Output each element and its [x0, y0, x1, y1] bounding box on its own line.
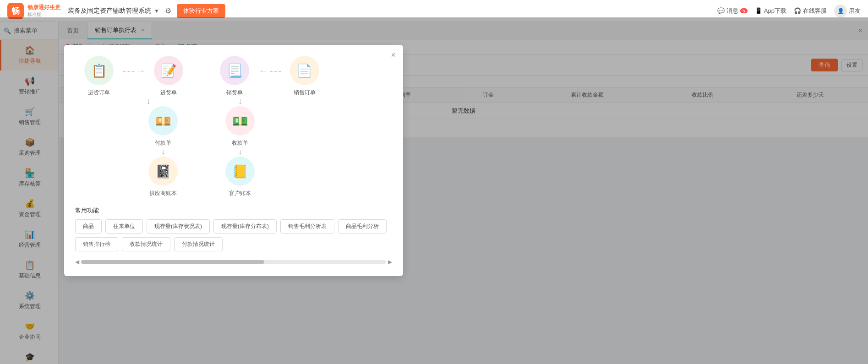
sales-order-label: 销售订单 [294, 89, 316, 97]
collection-icon: 💵 [232, 114, 248, 129]
func-btn-product[interactable]: 商品 [75, 219, 102, 234]
common-functions: 常用功能 商品 往来单位 现存量(库存状况表) 现存量(库存分布表) 销售毛利分… [75, 206, 392, 251]
collection-circle: 💵 [225, 106, 255, 136]
flow-col-left: 📋 进货订单 - - - → 📝 进 [75, 56, 192, 197]
logo-text: 畅康通好生意 标准版 [27, 4, 60, 17]
sales-receipt-icon: 📃 [227, 63, 243, 78]
func-btn-inventory-dist[interactable]: 现存量(库存分布表) [213, 219, 277, 234]
purchase-order-circle: 📋 [84, 56, 114, 85]
supplier-ledger-circle: 📓 [148, 157, 178, 186]
func-btn-sales-ranking[interactable]: 销售排行榜 [75, 237, 118, 251]
flow-row-sales1: 📃 销货单 ← - - - 📄 销售 [211, 56, 328, 97]
message-item[interactable]: 💬 消息 5 [717, 7, 748, 15]
flow-row-collection: 💵 收款单 [216, 106, 264, 147]
flow-node-customer-ledger[interactable]: 📒 客户账本 [225, 157, 255, 197]
supplier-ledger-label: 供应商账本 [149, 190, 177, 197]
flow-row-supplier: 📓 供应商账本 [139, 157, 187, 197]
top-right: 💬 消息 5 📱 App下载 🎧 在线客服 👤 用友 [717, 5, 861, 17]
flow-node-payment[interactable]: 💴 付款单 [148, 106, 178, 147]
flow-row1: 📋 进货订单 - - - → 📝 进 [75, 56, 192, 97]
arrow-down-supplier: ↓ [161, 147, 165, 157]
purchase-order-icon: 📋 [91, 63, 107, 78]
flow-row-payment: 💴 付款单 [139, 106, 187, 147]
sales-receipt-circle: 📃 [220, 56, 249, 85]
experience-button[interactable]: 体验行业方案 [177, 4, 225, 18]
flow-node-purchase-receipt[interactable]: 📝 进货单 [154, 56, 183, 97]
main-area: 🔍 搜索菜单 🏠 快捷导航 📢 营销推广 🛒 销售管理 📦 采购管理 🏪 [0, 22, 868, 364]
logo-icon: 畅 [7, 3, 24, 19]
online-service-label: 在线客服 [803, 7, 827, 15]
message-label: 消息 [726, 7, 738, 15]
logo-area: 畅 畅康通好生意 标准版 [7, 3, 62, 19]
flow-col-right: 📃 销货单 ← - - - 📄 销售 [211, 56, 328, 197]
func-buttons-row1: 商品 往来单位 现存量(库存状况表) 现存量(库存分布表) 销售毛利分析表 商品… [75, 219, 392, 234]
online-service-icon: 🎧 [794, 7, 801, 14]
func-btn-trading-partner[interactable]: 往来单位 [105, 219, 143, 234]
purchase-receipt-label: 进货单 [160, 89, 177, 97]
customer-ledger-circle: 📒 [225, 157, 255, 186]
system-title-text: 装备及固定资产辅助管理系统 [68, 7, 151, 15]
purchase-order-label: 进货订单 [88, 89, 110, 97]
customer-ledger-label: 客户账本 [229, 190, 251, 197]
scrollbar-track[interactable] [81, 260, 386, 264]
flow-node-purchase-order[interactable]: 📋 进货订单 [84, 56, 114, 97]
app-download-icon: 📱 [755, 7, 762, 14]
arrow-down-customer: ↓ [238, 147, 242, 157]
payment-circle: 💴 [148, 106, 178, 136]
message-icon: 💬 [717, 7, 725, 14]
func-btn-product-profit[interactable]: 商品毛利分析 [338, 219, 387, 234]
payment-label: 付款单 [155, 139, 171, 147]
content-area: 首页 销售订单执行表 × × ❓ 帮助 🖨 按模板打印 [59, 22, 868, 364]
flow-node-sales-receipt[interactable]: 📃 销货单 [220, 56, 249, 97]
scroll-right-arrow[interactable]: ▶ [388, 259, 392, 265]
flow-node-supplier-ledger[interactable]: 📓 供应商账本 [148, 157, 178, 197]
flow-diagram: 📋 进货订单 - - - → 📝 进 [75, 56, 392, 197]
system-dropdown-btn[interactable]: ▼ [154, 8, 159, 14]
func-buttons-row2: 销售排行榜 收款情况统计 付款情况统计 [75, 237, 392, 251]
logo-line2: 标准版 [27, 11, 60, 17]
arrow-down-payment: ↓ [147, 97, 151, 106]
settings-button[interactable]: ⚙ [165, 6, 171, 15]
scroll-left-arrow[interactable]: ◀ [75, 259, 79, 265]
collection-label: 收款单 [232, 139, 248, 147]
flow-node-sales-order[interactable]: 📄 销售订单 [290, 56, 319, 97]
modal-overlay[interactable]: × 📋 进货订单 [59, 22, 868, 364]
system-title: 装备及固定资产辅助管理系统 ▼ [68, 7, 159, 15]
sales-order-circle: 📄 [290, 56, 319, 85]
user-name: 用友 [849, 7, 861, 15]
sales-order-icon: 📄 [296, 63, 312, 78]
logo-line1: 畅康通好生意 [27, 4, 60, 11]
modal-scrollbar: ◀ ▶ [75, 259, 392, 265]
customer-ledger-icon: 📒 [232, 164, 248, 179]
purchase-receipt-icon: 📝 [161, 63, 177, 78]
func-btn-sales-profit[interactable]: 销售毛利分析表 [280, 219, 334, 234]
flow-row-customer: 📒 客户账本 [216, 157, 264, 197]
common-functions-title: 常用功能 [75, 206, 392, 215]
arrow-down-collection: ↓ [238, 97, 242, 106]
modal-box: × 📋 进货订单 [64, 45, 403, 276]
modal-close-button[interactable]: × [391, 50, 396, 60]
supplier-ledger-icon: 📓 [155, 164, 171, 179]
app-download-label: App下载 [764, 7, 786, 15]
user-avatar: 👤 [834, 5, 847, 17]
payment-icon: 💴 [155, 114, 171, 129]
flow-node-collection[interactable]: 💵 收款单 [225, 106, 255, 147]
arrow-from-sales-order: ← - - - [258, 65, 280, 77]
online-service-item[interactable]: 🎧 在线客服 [794, 7, 827, 15]
func-btn-receipt-stats[interactable]: 收款情况统计 [122, 237, 170, 251]
app-container: 畅 畅康通好生意 标准版 装备及固定资产辅助管理系统 ▼ ⚙ 体验行业方案 💬 … [0, 0, 868, 364]
arrow-to-purchase: - - - → [123, 65, 145, 77]
message-badge: 5 [740, 8, 748, 13]
sales-receipt-label: 销货单 [226, 89, 243, 97]
user-item[interactable]: 👤 用友 [834, 5, 861, 17]
func-btn-inventory-status[interactable]: 现存量(库存状况表) [147, 219, 210, 234]
purchase-receipt-circle: 📝 [154, 56, 183, 85]
scrollbar-thumb [81, 260, 264, 264]
func-btn-payment-stats[interactable]: 付款情况统计 [174, 237, 223, 251]
app-download-item[interactable]: 📱 App下载 [755, 7, 786, 15]
